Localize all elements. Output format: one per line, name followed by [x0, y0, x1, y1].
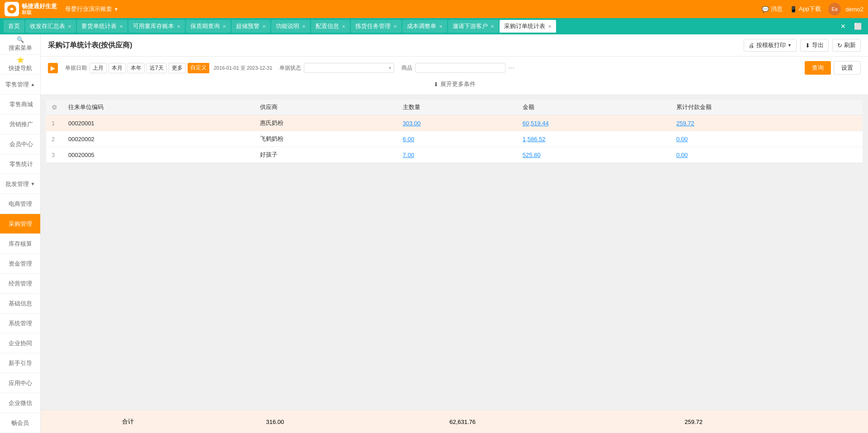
table-container: ⚙ 往来单位编码 供应商 主数量 金额 累计付款金额 1 00020001 惠氏…: [41, 95, 868, 410]
tab-chengben[interactable]: 成本调整单 ✕: [402, 20, 447, 33]
expand-more-button[interactable]: ⬇ 展开更多条件: [432, 78, 477, 90]
row-quantity-1[interactable]: 303.00: [397, 115, 517, 131]
sidebar-item-member[interactable]: 会员中心: [0, 134, 40, 154]
sidebar-item-quicknav[interactable]: ⭐ 快捷导航: [0, 55, 40, 75]
row-quantity-3[interactable]: 7.00: [397, 147, 517, 163]
message-icon: 💬: [762, 6, 769, 13]
query-button[interactable]: 查询: [805, 61, 831, 75]
maximize-button[interactable]: ⬜: [851, 22, 864, 31]
chevron-down-icon: ▼: [114, 7, 118, 12]
tab-keyong[interactable]: 可用量库存账本 ✕: [128, 20, 185, 33]
row-num-3: 3: [46, 147, 63, 163]
date-last-month[interactable]: 上月: [90, 63, 107, 73]
date-7days[interactable]: 近7天: [146, 63, 167, 73]
tab-peizhi[interactable]: 配置信息 ✕: [311, 20, 350, 33]
sidebar-item-finance[interactable]: 资金管理: [0, 254, 40, 274]
tab-close-zhuhuo[interactable]: ✕: [393, 24, 397, 29]
sidebar-item-purchase[interactable]: 采购管理: [0, 214, 40, 234]
sidebar-item-retail-mall[interactable]: 零售商城: [0, 95, 40, 114]
tab-close-yaohuo[interactable]: ✕: [119, 24, 123, 29]
row-paid-1[interactable]: 259.72: [671, 115, 863, 131]
tab-close-yaoqing[interactable]: ✕: [491, 24, 494, 29]
footer-quantity-col: 316.00: [261, 415, 443, 428]
row-amount-2[interactable]: 1,586.52: [517, 131, 671, 147]
tab-caigou-active[interactable]: 采购订单统计表 ✕: [500, 20, 556, 33]
tab-gongneng[interactable]: 功能说明 ✕: [271, 20, 310, 33]
user-menu[interactable]: Ea demo2: [828, 3, 863, 15]
sidebar-item-search[interactable]: 🔍 搜索菜单: [0, 34, 40, 55]
row-supplier-1: 惠氏奶粉: [255, 115, 397, 131]
tab-close-keyong[interactable]: ✕: [177, 24, 180, 29]
date-custom-badge[interactable]: 自定义: [188, 63, 209, 73]
sidebar-item-retail[interactable]: 零售管理 ▲: [0, 75, 40, 95]
tab-close-caigou[interactable]: ✕: [548, 24, 552, 29]
footer-code-col: [61, 415, 116, 428]
settings-button[interactable]: 设置: [834, 61, 861, 75]
export-button[interactable]: ⬇ 导出: [800, 39, 829, 52]
tab-shoufahu[interactable]: 收发存汇总表 ✕: [25, 20, 76, 33]
message-button[interactable]: 💬 消息: [762, 5, 783, 13]
row-num-2: 2: [46, 131, 63, 147]
tab-zhuhuo[interactable]: 拣货任务管理 ✕: [351, 20, 401, 33]
tab-close-baozhi[interactable]: ✕: [222, 24, 226, 29]
row-supplier-2: 飞鹤奶粉: [255, 131, 397, 147]
tab-chaochuyu[interactable]: 超储预警 ✕: [231, 20, 270, 33]
tab-close-chaochuyu[interactable]: ✕: [262, 24, 266, 29]
row-paid-3[interactable]: 0.00: [671, 147, 863, 163]
filter-goods-item: 商品 ···: [401, 63, 514, 73]
tab-close-gongneng[interactable]: ✕: [302, 24, 306, 29]
table-row[interactable]: 2 00020002 飞鹤奶粉 6.00 1,586.52 0.00: [46, 131, 863, 147]
sidebar-item-retail-stat[interactable]: 零售统计: [0, 154, 40, 174]
row-quantity-2[interactable]: 6.00: [397, 131, 517, 147]
goods-more-icon[interactable]: ···: [508, 64, 514, 72]
goods-search-input[interactable]: [415, 63, 505, 73]
tab-yaoqing[interactable]: 邀请下游客户 ✕: [448, 20, 499, 33]
app-download-button[interactable]: 📱 App下载: [790, 5, 821, 13]
print-button[interactable]: 🖨 按模板打印 ▼: [744, 39, 797, 52]
tab-yaohuo[interactable]: 要货单统计表 ✕: [77, 20, 127, 33]
date-this-year[interactable]: 本年: [127, 63, 145, 73]
tab-close-peizhi[interactable]: ✕: [342, 24, 345, 29]
goods-filter-label: 商品: [401, 64, 412, 72]
status-filter-label: 单据状态: [279, 64, 301, 72]
date-more[interactable]: 更多: [169, 63, 186, 73]
nav-tabs: 首页 收发存汇总表 ✕ 要货单统计表 ✕ 可用量库存账本 ✕ 保质期查询 ✕ 超…: [0, 18, 868, 34]
sidebar-item-ecom[interactable]: 电商管理: [0, 194, 40, 214]
tab-baozhi[interactable]: 保质期查询 ✕: [186, 20, 231, 33]
sidebar-item-basic[interactable]: 基础信息: [0, 294, 40, 314]
sidebar-item-system[interactable]: 系统管理: [0, 314, 40, 333]
sidebar-item-newguide[interactable]: 新手引导: [0, 353, 40, 373]
date-range-display: 2016-01-01 至 2023-12-31: [214, 65, 273, 71]
status-select[interactable]: [304, 63, 394, 73]
breadcrumb[interactable]: 母婴行业演示账套 ▼: [65, 5, 118, 13]
row-amount-3[interactable]: 525.80: [517, 147, 671, 163]
sidebar-item-enterprise[interactable]: 企业协同: [0, 333, 40, 353]
tab-home[interactable]: 首页: [4, 20, 24, 33]
tab-close-shoufahu[interactable]: ✕: [68, 24, 71, 29]
sidebar: 🔍 搜索菜单 ⭐ 快捷导航 零售管理 ▲ 零售商城 营销推广 会员中心 零售统计…: [0, 34, 41, 433]
sidebar-item-inventory[interactable]: 库存核算: [0, 234, 40, 254]
date-this-month[interactable]: 本月: [108, 63, 126, 73]
tab-close-chengben[interactable]: ✕: [439, 24, 443, 29]
column-settings-icon[interactable]: ⚙: [52, 104, 57, 111]
table-row[interactable]: 3 00020005 好孩子 7.00 525.80 0.00: [46, 147, 863, 163]
sidebar-item-appcenter[interactable]: 应用中心: [0, 373, 40, 393]
page-actions: 🖨 按模板打印 ▼ ⬇ 导出 ↻ 刷新: [744, 39, 861, 52]
sidebar-item-wechat[interactable]: 企业微信: [0, 393, 40, 413]
avatar: Ea: [828, 3, 841, 15]
table-row[interactable]: 1 00020001 惠氏奶粉 303.00 60,519.44 259.72: [46, 115, 863, 131]
sidebar-item-pifa[interactable]: 批发管理 ▼: [0, 174, 40, 194]
row-paid-2[interactable]: 0.00: [671, 131, 863, 147]
row-amount-1[interactable]: 60,519.44: [517, 115, 671, 131]
refresh-button[interactable]: ↻ 刷新: [832, 39, 861, 52]
sidebar-item-vip[interactable]: 畅会员: [0, 413, 40, 433]
status-select-wrapper: [304, 63, 394, 73]
filter-toggle-button[interactable]: ▶: [48, 63, 58, 73]
sidebar-item-marketing[interactable]: 营销推广: [0, 114, 40, 134]
footer-paid-col: 259.72: [679, 415, 862, 428]
row-num-1: 1: [46, 115, 63, 131]
close-all-tabs-button[interactable]: ✕: [838, 22, 849, 31]
print-icon: 🖨: [749, 42, 755, 49]
sidebar-item-operation[interactable]: 经营管理: [0, 274, 40, 294]
filter-status-item: 单据状态: [279, 63, 394, 73]
